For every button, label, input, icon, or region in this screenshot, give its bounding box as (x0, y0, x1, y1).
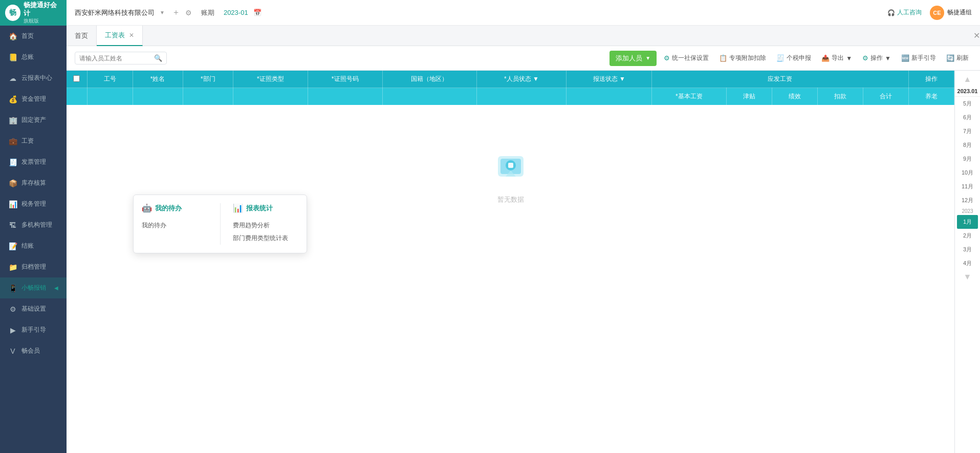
refresh-label: 刷新 (956, 54, 969, 62)
th-operation: 操作 (908, 71, 954, 88)
sidebar-item-ledger[interactable]: 📒 总账 (0, 47, 67, 68)
sidebar-item-funds[interactable]: 💰 资金管理 (0, 89, 67, 110)
search-input[interactable] (79, 55, 151, 62)
popup-link-dept-cost[interactable]: 部门费用类型统计表 (233, 232, 299, 245)
popup-report-title: 📊 报表统计 (233, 203, 299, 213)
period-value[interactable]: 2023-01 (224, 9, 248, 16)
timeline-feb[interactable]: 2月 (955, 229, 980, 243)
sidebar-item-salary[interactable]: 💼 工资 (0, 131, 67, 152)
popup-link-cost-trend[interactable]: 费用趋势分析 (233, 219, 299, 232)
tab-home-label: 首页 (75, 31, 88, 40)
user-profile[interactable]: CE 畅捷通组 (930, 6, 972, 20)
timeline-panel: ▲ 2023.01 5月 6月 7月 8月 9月 10月 11月 12月 202… (954, 71, 980, 453)
sidebar-item-assets[interactable]: 🏢 固定资产 (0, 110, 67, 131)
sidebar-item-cloud-report[interactable]: ☁ 云报表中心 (0, 68, 67, 89)
sidebar-item-close-accounts[interactable]: 📝 结账 (0, 235, 67, 256)
empty-state-icon (490, 146, 531, 187)
popup-content: 🤖 我的待办 我的待办 📊 报表统计 费用趋势分析 部门费用类型统计表 (142, 203, 298, 245)
th-pension: 养老 (908, 88, 954, 105)
topbar-settings-icon[interactable]: ⚙ (185, 9, 192, 17)
guide-icon: 🆕 (901, 54, 909, 62)
sidebar-item-member[interactable]: V 畅会员 (0, 340, 67, 361)
timeline-jan-current[interactable]: 1月 (957, 215, 978, 229)
sidebar-item-archive[interactable]: 📁 归档管理 (0, 256, 67, 277)
sidebar-label-assets: 固定资产 (21, 116, 46, 124)
close-accounts-icon: 📝 (8, 242, 17, 250)
th-empty-sub (67, 88, 87, 105)
tab-salary-label: 工资表 (105, 31, 125, 40)
timeline-aug[interactable]: 8月 (955, 138, 980, 152)
sidebar-label-ledger: 总账 (21, 53, 34, 61)
logo-icon: 畅 (5, 5, 20, 21)
popup-divider (220, 203, 221, 245)
timeline-down-icon[interactable]: ▼ (962, 270, 974, 284)
tax-report-label: 个税申报 (787, 54, 811, 62)
guide-action[interactable]: 🆕 新手引导 (898, 52, 939, 64)
panel-close-button[interactable]: ✕ (973, 31, 980, 40)
th-name-sub (133, 88, 183, 105)
social-insurance-label: 统一社保设置 (672, 54, 709, 62)
svg-rect-3 (508, 163, 513, 168)
popup-link-my-todo[interactable]: 我的待办 (142, 219, 208, 232)
refresh-action[interactable]: 🔄 刷新 (943, 52, 972, 64)
settings-icon: ⚙ (8, 305, 17, 313)
th-checkbox[interactable] (67, 71, 87, 88)
th-report-status[interactable]: 报送状态 ▼ (567, 71, 652, 88)
topbar: 西安虾米网络科技有限公司 ▼ ＋ ⚙ 账期 2023-01 📅 🎧 人工咨询 C… (67, 0, 980, 26)
sidebar-label-tax: 税务管理 (21, 200, 46, 208)
tax-report-action[interactable]: 🧾 个税申报 (773, 52, 814, 64)
add-person-button[interactable]: 添加人员 ▼ (609, 51, 657, 66)
timeline-nov[interactable]: 11月 (955, 180, 980, 193)
timeline-oct[interactable]: 10月 (955, 166, 980, 180)
popup-todo-section: 🤖 我的待办 我的待办 (142, 203, 208, 245)
tab-home[interactable]: 首页 (67, 26, 97, 46)
timeline-jun[interactable]: 6月 (955, 111, 980, 124)
select-all-checkbox[interactable] (73, 75, 80, 82)
company-name: 西安虾米网络科技有限公司 (75, 8, 155, 17)
th-base-salary: *基本工资 (652, 88, 727, 105)
special-deduction-action[interactable]: 📋 专项附加扣除 (716, 52, 769, 64)
customer-service[interactable]: 🎧 人工咨询 (887, 8, 922, 17)
export-action[interactable]: 📤 导出 ▼ (818, 52, 855, 64)
sidebar-item-inventory[interactable]: 📦 库存核算 (0, 172, 67, 193)
company-dropdown-icon[interactable]: ▼ (160, 10, 165, 15)
timeline-dec[interactable]: 12月 (955, 193, 980, 207)
timeline-mar[interactable]: 3月 (955, 243, 980, 256)
search-box[interactable]: 🔍 (75, 52, 167, 64)
timeline-up-icon[interactable]: ▲ (962, 73, 974, 86)
th-deduction: 扣款 (817, 88, 863, 105)
th-id-type: *证照类型 (233, 71, 308, 88)
timeline-apr[interactable]: 4月 (955, 256, 980, 270)
page-wrapper: 西安虾米网络科技有限公司 ▼ ＋ ⚙ 账期 2023-01 📅 🎧 人工咨询 C… (67, 0, 980, 453)
sidebar-item-expense[interactable]: 📱 小畅报销 ◀ (0, 277, 67, 298)
topbar-right: 🎧 人工咨询 CE 畅捷通组 (887, 6, 972, 20)
th-allowance: 津贴 (726, 88, 772, 105)
add-person-label: 添加人员 (616, 54, 642, 63)
sidebar-item-multi-org[interactable]: 🏗 多机构管理 (0, 214, 67, 235)
operations-action[interactable]: ⚙ 操作 ▼ (859, 52, 894, 64)
tax-report-icon: 🧾 (776, 54, 785, 62)
sidebar-item-settings[interactable]: ⚙ 基础设置 (0, 298, 67, 319)
logo-text-block: 畅捷通好会计 旗舰版 (24, 1, 61, 24)
archive-icon: 📁 (8, 263, 17, 271)
tab-salary[interactable]: 工资表 ✕ (97, 26, 143, 46)
search-icon: 🔍 (154, 54, 162, 62)
todo-icon: 🤖 (142, 203, 152, 213)
empty-text: 暂无数据 (497, 195, 524, 204)
sidebar-item-home[interactable]: 🏠 首页 (0, 26, 67, 47)
timeline-may[interactable]: 5月 (955, 97, 980, 111)
add-company-icon[interactable]: ＋ (172, 7, 180, 18)
th-status[interactable]: *人员状态 ▼ (476, 71, 567, 88)
sidebar-item-tax[interactable]: 📊 税务管理 (0, 193, 67, 214)
sidebar-item-invoice[interactable]: 🧾 发票管理 (0, 152, 67, 172)
calendar-icon[interactable]: 📅 (253, 9, 262, 16)
tab-close-icon[interactable]: ✕ (129, 32, 134, 39)
toolbar-right: 添加人员 ▼ ⚙ 统一社保设置 📋 专项附加扣除 🧾 个税申报 📤 导 (609, 51, 972, 66)
timeline-sep[interactable]: 9月 (955, 152, 980, 166)
sidebar-label-home: 首页 (21, 32, 34, 40)
sidebar-item-guide[interactable]: ▶ 新手引导 (0, 319, 67, 340)
th-pstatus-sub (476, 88, 567, 105)
social-insurance-action[interactable]: ⚙ 统一社保设置 (661, 52, 712, 64)
member-icon: V (8, 347, 17, 355)
timeline-jul[interactable]: 7月 (955, 124, 980, 138)
